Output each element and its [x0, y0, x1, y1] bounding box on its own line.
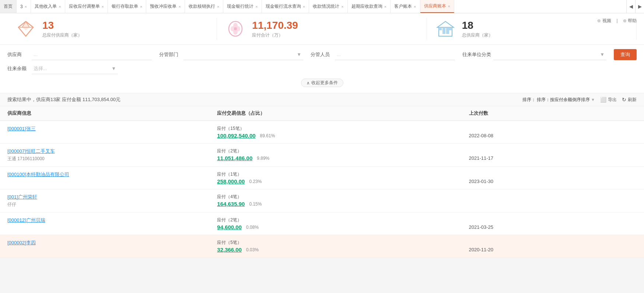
total-payable-suppliers-num: 13: [42, 19, 82, 32]
supplier-link[interactable]: [000012]广州贝瑞: [7, 217, 45, 223]
tx-label: 应付（15笔）: [217, 125, 469, 132]
supplier-input[interactable]: ...: [32, 49, 152, 60]
nav-tab-ar-ap-adjust[interactable]: 应收应付调整单×: [65, 0, 108, 13]
close-tab-icon[interactable]: ×: [102, 4, 104, 9]
tx-amount[interactable]: 94,600.00: [217, 224, 242, 230]
refresh-button[interactable]: ↻ 刷新: [622, 97, 637, 103]
transaction-cell: 应付（2笔）94,600.000.08%: [217, 217, 469, 230]
close-tab-icon[interactable]: ×: [414, 4, 416, 9]
svg-rect-13: [442, 30, 445, 34]
table-row: [000002]李四应付（5笔）32,366.000.03%2020-11-20: [0, 235, 644, 258]
close-tab-icon[interactable]: ×: [178, 4, 181, 9]
nav-tab-cash-bank-flow[interactable]: 现金银行流水查询×: [262, 0, 309, 13]
tx-amount[interactable]: 100,092,540.00: [217, 132, 255, 139]
video-link[interactable]: ⊙ 视频: [597, 18, 611, 24]
close-tab-icon[interactable]: ×: [217, 4, 219, 9]
card-info-2: 11,170.39 应付合计（万）: [252, 19, 298, 39]
tx-amount[interactable]: 32,366.00: [217, 247, 242, 253]
filter-person: 分管人员 ...: [311, 49, 455, 60]
supplier-link[interactable]: [000100]本特勤油品有限公司: [7, 172, 69, 177]
balance-label: 往来余额: [7, 65, 29, 72]
nav-tab-home[interactable]: 首页: [0, 0, 17, 13]
summary-bar: 13 总应付供应商（家） 11,170.39 应付合计（万）: [0, 13, 644, 45]
close-tab-icon[interactable]: ×: [448, 4, 450, 8]
nav-tab-label: 现金银行统计: [227, 3, 253, 10]
data-table: 供应商信息 应付交易信息（占比） 上次付数 [000001]张三应付（15笔）1…: [0, 106, 644, 258]
sort-button[interactable]: 排序： 排序：按应付余额倒序排序 ▼: [522, 97, 595, 103]
collapse-label: 收起更多条件: [311, 80, 338, 86]
close-tab-icon[interactable]: ×: [25, 4, 27, 9]
supplier-link[interactable]: [000007]恒旺二手叉车: [7, 148, 55, 154]
nav-tab-overdue-ar[interactable]: 超期应收款查询×: [348, 0, 391, 13]
supplier-cell: [001]广州荣轩仔仔: [7, 194, 217, 208]
search-button[interactable]: 查询: [614, 49, 637, 60]
close-tab-icon[interactable]: ×: [140, 4, 142, 9]
nav-tab-receipt-stat[interactable]: 收款情况统计×: [309, 0, 347, 13]
collapse-bar[interactable]: ∧ 收起更多条件: [7, 77, 637, 89]
filter-unit-class: 往来单位分类 ▼: [462, 49, 607, 60]
last-pay-cell: 2023-01-30: [469, 171, 637, 184]
tx-amount-row: 94,600.000.08%: [217, 224, 469, 230]
last-pay-date: 2022-08-08: [469, 125, 637, 138]
refresh-label: 刷新: [628, 97, 637, 103]
nav-tab-label: 客户账本: [394, 3, 412, 10]
supplier-link[interactable]: [000001]张三: [7, 126, 36, 131]
last-pay-cell: 2020-11-20: [469, 239, 637, 252]
tx-amount[interactable]: 258,000.00: [217, 178, 245, 185]
person-input[interactable]: ...: [335, 49, 455, 60]
top-right-links: ⊙ 视频 ｜ ⊙ 帮助: [597, 18, 637, 24]
supplier-link[interactable]: [001]广州荣轩: [7, 194, 37, 200]
close-tab-icon[interactable]: ×: [384, 4, 386, 9]
nav-arrow-left[interactable]: ◀: [626, 0, 635, 13]
dept-select[interactable]: ▼: [183, 49, 304, 60]
nav-tab-tab3[interactable]: 3×: [17, 0, 31, 13]
nav-tab-supplier-ledger[interactable]: 供应商账本×: [420, 0, 454, 13]
store-icon: [434, 18, 456, 40]
tx-amount-row: 32,366.000.03%: [217, 247, 469, 253]
collapse-button[interactable]: ∧ 收起更多条件: [301, 79, 343, 87]
tx-amount-row: 11,051,486.009.89%: [217, 155, 469, 161]
unit-class-select[interactable]: ▼: [493, 49, 607, 60]
col-header-supplier: 供应商信息: [7, 110, 217, 117]
tx-amount[interactable]: 164,635.90: [217, 201, 245, 207]
supplier-sub-info: 仔仔: [7, 201, 217, 208]
export-button[interactable]: ⬜ 导出: [600, 97, 617, 103]
svg-marker-12: [437, 21, 454, 27]
nav-tab-customer-ledger[interactable]: 客户账本×: [391, 0, 420, 13]
tx-label: 应付（2笔）: [217, 217, 469, 223]
supplier-label: 供应商: [7, 51, 29, 58]
unit-class-label: 往来单位分类: [462, 51, 491, 58]
tx-label: 应付（4笔）: [217, 194, 469, 200]
supplier-link[interactable]: [000002]李四: [7, 240, 36, 245]
balance-select[interactable]: 选择... ▼: [32, 63, 118, 74]
video-icon: ⊙: [597, 18, 601, 23]
last-pay-cell: 2022-08-08: [469, 125, 637, 138]
nav-tab-bank-deposit[interactable]: 银行存取款单×: [108, 0, 146, 13]
transaction-cell: 应付（5笔）32,366.000.03%: [217, 239, 469, 253]
video-label[interactable]: 视频: [602, 18, 611, 23]
balance-arrow: ▼: [111, 66, 116, 71]
svg-rect-14: [446, 30, 449, 34]
total-suppliers-label: 总供应商（家）: [462, 32, 493, 38]
close-tab-icon[interactable]: ×: [303, 4, 305, 9]
nav-arrow-right[interactable]: ▶: [635, 0, 644, 13]
tx-label: 应付（5笔）: [217, 239, 469, 246]
tx-amount-row: 164,635.900.15%: [217, 201, 469, 207]
close-tab-icon[interactable]: ×: [59, 4, 61, 9]
table-row: [000012]广州贝瑞应付（2笔）94,600.000.08%2021-03-…: [0, 213, 644, 235]
sort-icon: ▼: [591, 97, 595, 102]
nav-tab-receipt-verify[interactable]: 收款核销执行×: [185, 0, 223, 13]
dept-label: 分管部门: [159, 51, 181, 58]
balance-placeholder: 选择...: [34, 65, 47, 72]
help-label[interactable]: 帮助: [628, 18, 637, 23]
tx-amount[interactable]: 11,051,486.00: [217, 155, 252, 161]
help-link[interactable]: ⊙ 帮助: [623, 18, 637, 24]
last-pay-date: 2020-11-20: [469, 239, 637, 252]
close-tab-icon[interactable]: ×: [341, 4, 343, 9]
filter-row-2: 往来余额 选择... ▼: [7, 63, 637, 74]
nav-tab-cash-bank-stat[interactable]: 现金银行统计×: [223, 0, 262, 13]
nav-tab-prepaid-offset[interactable]: 预收冲应收单×: [146, 0, 185, 13]
export-icon: ⬜: [600, 97, 606, 103]
close-tab-icon[interactable]: ×: [255, 4, 258, 9]
nav-tab-other-income[interactable]: 其他收入单×: [31, 0, 65, 13]
